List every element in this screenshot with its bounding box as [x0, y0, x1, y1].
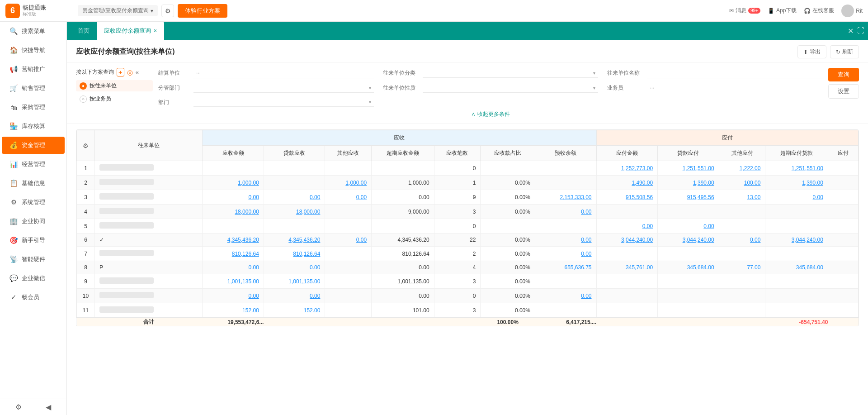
sales-icon: 🛒	[9, 84, 18, 92]
page-content: 应收应付余额查询(按往来单位) ⬆ 导出 ↻ 刷新 按	[67, 40, 868, 415]
ar-count-header: 应收笔数	[434, 146, 481, 161]
purchase-icon: 🛍	[9, 104, 18, 111]
sidebar-item-label: 销售管理	[22, 84, 45, 92]
other-ar-header: 其他应收	[325, 146, 372, 161]
sidebar-item-basic[interactable]: 📋 基础信息	[2, 175, 65, 192]
scheme-option-partner[interactable]: ● 按往来单位	[76, 80, 153, 91]
table-settings-header: ⚙	[77, 130, 95, 161]
window-close-button[interactable]: ✕	[848, 27, 854, 35]
avatar-image	[841, 5, 854, 17]
sidebar-item-label: 搜索菜单	[22, 27, 45, 35]
page-header: 应收应付余额查询(按往来单位) ⬆ 导出 ↻ 刷新	[67, 40, 868, 62]
salesman-input[interactable]	[650, 85, 820, 91]
sidebar-item-label: 资金管理	[22, 141, 45, 149]
messages-badge: 99+	[748, 8, 760, 14]
refresh-icon: ↻	[836, 49, 840, 55]
app-download-button[interactable]: 📱 App下载	[768, 7, 797, 14]
user-avatar[interactable]: Rit	[841, 5, 863, 17]
main-content: 首页 应收应付余额查询 × ✕ ⛶ 应收应付余额查询(按往来单位) ⬆ 导出	[67, 22, 868, 415]
filter-grid: 结算单位 往来单位分类 ▾	[158, 68, 823, 107]
table-section: ⚙ 往来单位 应收 应付 应收金额 贷款应收 其他应收 超期应收金额	[67, 124, 868, 335]
capital-icon: 💰	[9, 141, 18, 149]
query-button[interactable]: 查询	[828, 68, 859, 81]
tab-bar: 首页 应收应付余额查询 × ✕ ⛶	[67, 22, 868, 40]
sidebar-item-sales[interactable]: 🛒 销售管理	[2, 80, 65, 97]
ar-amount-header: 应收金额	[203, 146, 264, 161]
sidebar-collapse-icon[interactable]: ◀	[46, 403, 51, 411]
page-inner: 应收应付余额查询(按往来单位) ⬆ 导出 ↻ 刷新 按	[67, 40, 868, 415]
loan-ar-header: 贷款应收	[264, 146, 325, 161]
dept-manage-select[interactable]: ▾	[193, 84, 374, 93]
table-row: 418,000.0018,000.009,000.0030.00%0.00	[77, 205, 859, 219]
operations-icon: 📊	[9, 160, 18, 168]
sidebar-item-label: 快捷导航	[22, 46, 45, 54]
system-icon: ⚙	[9, 198, 18, 206]
wechat-icon: 💬	[9, 274, 18, 282]
settings-gear-button[interactable]: ⚙	[161, 5, 174, 17]
logo-area: 6 畅捷通账 标准版	[5, 4, 72, 18]
table-row: 11152.00152.00101.0030.00%	[77, 303, 859, 318]
partner-name-input[interactable]	[647, 68, 823, 78]
tab-arquery[interactable]: 应收应付余额查询 ×	[97, 22, 164, 40]
partner-category-select[interactable]: ▾	[423, 69, 599, 78]
breadcrumb: 资金管理/应收应付余额查询 ▾	[78, 5, 158, 16]
table-footer-row: 合计 19,553,472,6... 100.00% 6,417,215....	[77, 318, 859, 326]
sidebar-item-operations[interactable]: 📊 经营管理	[2, 156, 65, 173]
footer-label: 合计	[95, 318, 203, 326]
edit-scheme-button[interactable]: ◎	[127, 68, 133, 76]
overdue-ar-header: 超期应收金额	[372, 146, 434, 161]
sidebar-item-search-menu[interactable]: 🔍 搜索菜单	[2, 23, 65, 40]
collapse-scheme-button[interactable]: «	[136, 69, 139, 76]
sidebar-item-member[interactable]: ✓ 畅会员	[2, 289, 65, 306]
sidebar-item-hardware[interactable]: 📡 智能硬件	[2, 251, 65, 268]
sidebar-item-newbie[interactable]: 🎯 新手引导	[2, 232, 65, 249]
online-service-button[interactable]: 🎧 在线客服	[804, 7, 834, 14]
department-select[interactable]: ▾	[193, 98, 374, 107]
footer-ar-total: 19,553,472,6...	[203, 318, 264, 326]
sidebar-item-inventory[interactable]: 🏪 库存核算	[2, 118, 65, 135]
filter-settlement: 结算单位	[158, 68, 374, 78]
settlement-input[interactable]	[196, 70, 371, 76]
filter-area: 按以下方案查询 + ◎ « ● 按往来单位 ○	[67, 62, 868, 124]
marketing-icon: 📢	[9, 65, 18, 73]
solution-button[interactable]: 体验行业方案	[178, 4, 227, 18]
messages-button[interactable]: ✉ 消息 99+	[729, 7, 760, 14]
basic-icon: 📋	[9, 179, 18, 187]
sidebar-item-purchase[interactable]: 🛍 采购管理	[2, 99, 65, 116]
sidebar-item-label: 企业协同	[22, 217, 45, 225]
sidebar-item-label: 新手引导	[22, 236, 45, 244]
export-icon: ⬆	[803, 49, 808, 55]
scheme-option-salesman[interactable]: ○ 按业务员	[76, 93, 153, 105]
table-settings-icon[interactable]: ⚙	[81, 142, 90, 149]
sidebar-item-enterprise[interactable]: 🏢 企业协同	[2, 213, 65, 230]
filter-partner-name: 往来单位名称	[607, 68, 823, 78]
refresh-button[interactable]: ↻ 刷新	[830, 45, 859, 58]
sidebar-item-system[interactable]: ⚙ 系统管理	[2, 194, 65, 211]
sidebar-settings-icon[interactable]: ⚙	[15, 403, 22, 411]
sidebar-item-label: 经营管理	[22, 160, 45, 168]
partner-nature-select[interactable]: ▾	[423, 84, 599, 93]
tab-close-icon[interactable]: ×	[154, 28, 157, 34]
data-table: ⚙ 往来单位 应收 应付 应收金额 贷款应收 其他应收 超期应收金额	[76, 130, 859, 326]
tab-home[interactable]: 首页	[71, 22, 97, 40]
sidebar-item-capital[interactable]: 💰 资金管理	[2, 137, 65, 154]
filter-dept-manage: 分管部门 ▾	[158, 83, 374, 93]
top-bar: 6 畅捷通账 标准版 资金管理/应收应付余额查询 ▾ ⚙ 体验行业方案 ✉ 消息…	[0, 0, 868, 22]
export-button[interactable]: ⬆ 导出	[797, 45, 826, 58]
top-center: 资金管理/应收应付余额查询 ▾ ⚙ 体验行业方案	[72, 4, 729, 18]
sidebar-item-marketing[interactable]: 📢 营销推广	[2, 61, 65, 78]
add-scheme-button[interactable]: +	[117, 68, 124, 76]
sidebar: 🔍 搜索菜单 🏠 快捷导航 📢 营销推广 🛒 销售管理 🛍 采购管理 🏪 库存核…	[0, 22, 67, 415]
sidebar-item-wechat[interactable]: 💬 企业微信	[2, 270, 65, 287]
prepay-header: 预收余额	[535, 146, 596, 161]
header-actions: ⬆ 导出 ↻ 刷新	[797, 45, 859, 58]
sidebar-item-quick-nav[interactable]: 🏠 快捷导航	[2, 42, 65, 59]
setting-button[interactable]: 设置	[828, 84, 859, 99]
table-row: 6✓4,345,436.204,345,436.200.004,345,436.…	[77, 234, 859, 247]
collapse-more-button[interactable]: ∧ 收起更多条件	[471, 111, 509, 117]
page-title: 应收应付余额查询(按往来单位)	[76, 47, 175, 57]
fullscreen-button[interactable]: ⛶	[857, 27, 864, 35]
overdue-ap-header: 超期应付货款	[765, 146, 828, 161]
table-row: 21,000.001,000.001,000.0010.00%1,490.001…	[77, 176, 859, 190]
receivable-group-header: 应收	[203, 130, 596, 146]
